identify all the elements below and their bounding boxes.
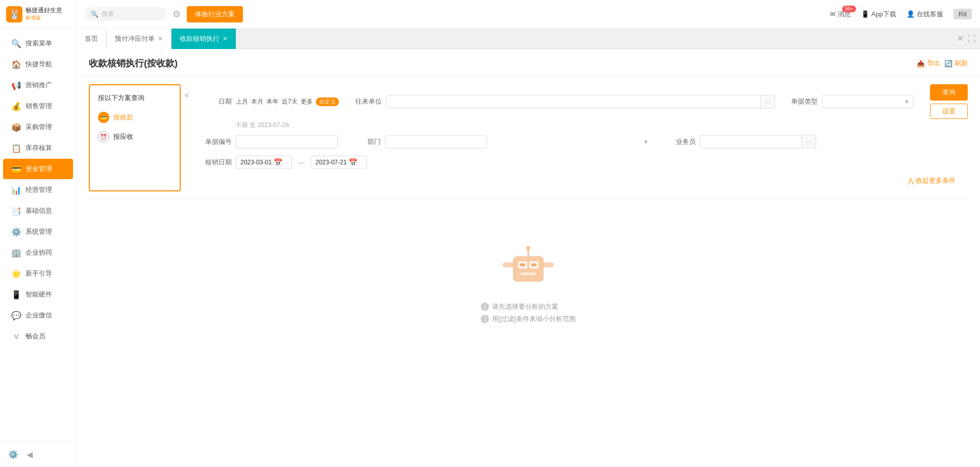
sidebar-item-marketing[interactable]: 📢 营销推广 <box>3 75 73 95</box>
collapse-more-section: ⋀ 收起更多条件 <box>201 176 968 191</box>
guide-icon: 🌟 <box>11 268 21 279</box>
sidebar-item-system[interactable]: ⚙️ 系统管理 <box>3 222 73 242</box>
svg-rect-0 <box>513 256 544 282</box>
header-search-box[interactable]: 🔍 搜索 <box>85 7 166 21</box>
form-row-2: 单据编号 部门 ▼ <box>201 135 968 149</box>
message-badge: 99+ <box>842 6 856 12</box>
date-link-more[interactable]: 更多 <box>301 97 313 106</box>
sidebar-item-inventory[interactable]: 📋 库存核算 <box>3 138 73 158</box>
query-option-by-receivable[interactable]: ⏰ 按应收 <box>90 127 180 146</box>
staff-input[interactable] <box>700 135 802 149</box>
user-avatar[interactable]: Rit <box>953 9 972 19</box>
online-service-btn[interactable]: 👤 在线客服 <box>906 10 943 19</box>
by-receivable-icon: ⏰ <box>98 131 109 142</box>
docno-label: 单据编号 <box>201 137 232 146</box>
collapse-sidebar-icon[interactable]: ◀ <box>27 450 33 459</box>
date-field: 日期 上月 本月 本年 近7天 更多 自定义 <box>201 97 339 106</box>
date-link-7days[interactable]: 近7天 <box>282 97 298 106</box>
collapse-icon: « <box>185 90 189 100</box>
refresh-icon: 🔄 <box>944 60 952 67</box>
partner-label: 往来单位 <box>351 97 382 106</box>
svg-rect-4 <box>531 263 536 266</box>
logo-name: 畅捷通好生意 <box>26 7 62 15</box>
member-icon: V <box>11 331 21 341</box>
verify-date-start[interactable]: 2023-03-01 📅 <box>236 156 292 169</box>
purchase-icon: 📦 <box>11 122 21 132</box>
tab-close-all-icon[interactable]: ✕ <box>957 34 964 43</box>
sidebar-item-member[interactable]: V 畅会员 <box>3 326 73 347</box>
app-download-btn[interactable]: 📱 App下载 <box>861 10 896 19</box>
date-link-last-month[interactable]: 上月 <box>236 97 248 106</box>
sidebar-item-guide[interactable]: 🌟 新手引导 <box>3 263 73 284</box>
sidebar-item-hardware[interactable]: 📱 智能硬件 <box>3 284 73 305</box>
query-btn[interactable]: 查询 <box>930 84 968 101</box>
sidebar-item-wechat[interactable]: 💬 企业微信 <box>3 305 73 326</box>
sidebar-item-enterprise[interactable]: 🏢 企业协同 <box>3 242 73 263</box>
dept-label: 部门 <box>350 137 381 146</box>
sidebar-item-basic-info[interactable]: 📑 基础信息 <box>3 201 73 221</box>
collapse-more-btn[interactable]: ⋀ 收起更多条件 <box>908 176 955 185</box>
export-icon: 📤 <box>917 60 925 67</box>
doctype-label: 单据类型 <box>787 97 818 106</box>
quick-nav-icon: 🏠 <box>11 59 21 69</box>
page-container: 收款核销执行(按收款) 📤 导出 🔄 刷新 按以下方案查询 <box>77 49 980 467</box>
collapse-btn[interactable]: « <box>181 84 193 191</box>
setting-btn[interactable]: 设置 <box>930 104 968 119</box>
partner-search-btn[interactable]: ··· <box>761 95 775 109</box>
svg-point-7 <box>526 246 530 250</box>
industry-btn[interactable]: 体验行业方案 <box>187 6 243 22</box>
form-row-3: 核销日期 2023-03-01 📅 — 2023-07-21 📅 <box>201 156 968 169</box>
sidebar-footer: ⚙️ ◀ <box>0 441 76 467</box>
doctype-select[interactable] <box>822 95 914 108</box>
verify-date-label: 核销日期 <box>201 158 232 167</box>
date-link-this-year[interactable]: 本年 <box>266 97 279 106</box>
business-icon: 📊 <box>11 185 21 195</box>
date-custom-badge[interactable]: 自定义 <box>316 97 339 106</box>
tab-prepay[interactable]: 预付冲应付单 ✕ <box>107 29 172 49</box>
logo-sub: 标准版 <box>26 14 62 21</box>
tab-close-prepay[interactable]: ✕ <box>158 35 163 42</box>
sidebar-item-finance[interactable]: 💳 资金管理 <box>3 159 73 179</box>
sidebar-item-search-menu[interactable]: 🔍 搜索菜单 <box>3 33 73 54</box>
verify-date-end[interactable]: 2023-07-21 📅 <box>311 156 367 169</box>
app-logo: 🐰 畅捷通好生意 标准版 <box>0 0 76 29</box>
doctype-field: 单据类型 ▼ <box>787 95 914 108</box>
sidebar-item-sales[interactable]: 💰 销售管理 <box>3 96 73 116</box>
partner-field: 往来单位 ··· <box>351 95 775 109</box>
tab-bar: 首页 预付冲应付单 ✕ 收款核销执行 ✕ ✕ ⛶ <box>77 29 980 49</box>
tab-fullscreen-icon[interactable]: ⛶ <box>968 34 976 43</box>
staff-search-btn[interactable]: ··· <box>802 135 816 149</box>
app-icon: 📱 <box>861 10 869 18</box>
sidebar-item-purchase[interactable]: 📦 采购管理 <box>3 117 73 137</box>
date-range-separator: — <box>298 159 305 166</box>
logo-icon: 🐰 <box>6 6 22 22</box>
collapse-more-icon: ⋀ <box>908 177 914 185</box>
calendar-end-icon[interactable]: 📅 <box>349 158 357 166</box>
date-link-this-month[interactable]: 本月 <box>251 97 263 106</box>
sidebar-item-business[interactable]: 📊 经营管理 <box>3 180 73 200</box>
date-label: 日期 <box>201 97 232 106</box>
sidebar-item-quick-nav[interactable]: 🏠 快捷导航 <box>3 54 73 75</box>
inventory-icon: 📋 <box>11 143 21 153</box>
calendar-start-icon[interactable]: 📅 <box>274 158 282 166</box>
query-option-by-receipt[interactable]: 💳 按收款 <box>90 108 180 127</box>
empty-tip-1: 1 请先选择要分析的方案 <box>481 302 575 311</box>
system-icon: ⚙️ <box>11 227 21 237</box>
form-row-1: 日期 上月 本月 本年 近7天 更多 自定义 <box>201 84 968 119</box>
export-btn[interactable]: 📤 导出 <box>917 59 940 68</box>
sidebar-nav: 🔍 搜索菜单 🏠 快捷导航 📢 营销推广 💰 销售管理 📦 采购管理 📋 库存核… <box>0 29 76 441</box>
tab-home[interactable]: 首页 <box>77 29 107 49</box>
message-btn[interactable]: ✉ 消息 99+ <box>830 10 851 19</box>
docno-input[interactable] <box>236 135 338 149</box>
dept-select[interactable] <box>385 135 487 149</box>
tab-receipt-offset[interactable]: 收款核销执行 ✕ <box>172 29 236 49</box>
refresh-btn[interactable]: 🔄 刷新 <box>944 59 968 68</box>
empty-tip-2: 2 用[过滤]条件来缩小分析范围 <box>481 314 575 324</box>
partner-input[interactable] <box>386 95 761 108</box>
empty-illustration <box>498 241 559 292</box>
tab-close-receipt-offset[interactable]: ✕ <box>223 35 228 42</box>
settings-footer-icon[interactable]: ⚙️ <box>8 450 18 459</box>
gear-icon[interactable]: ⚙ <box>173 9 181 20</box>
page-actions: 📤 导出 🔄 刷新 <box>917 59 968 68</box>
search-area: 按以下方案查询 💳 按收款 ⏰ 按应收 « <box>77 76 980 200</box>
